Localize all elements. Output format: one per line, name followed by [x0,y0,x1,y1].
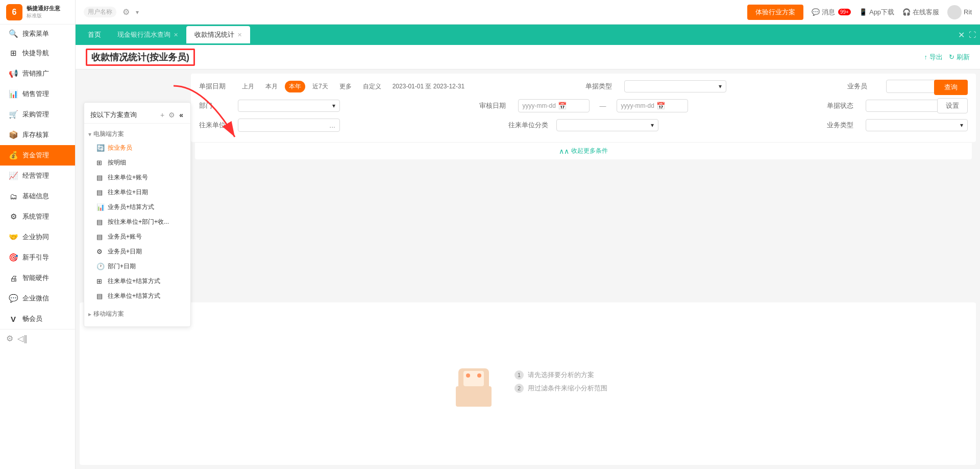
sidebar-item-guide[interactable]: 🎯 新手引导 [0,247,75,268]
gear-header-icon[interactable]: ⚙ [122,7,130,17]
scheme-collapse-btn[interactable]: « [178,110,184,120]
scheme-item-salesperson-date[interactable]: ⚙ 业务员+日期 [84,244,190,259]
tab-close-bank-flow[interactable]: ✕ [174,32,178,38]
scheme-item-dept-date[interactable]: 🕐 部门+日期 [84,259,190,274]
tab-bar-expand-btn[interactable]: ⛶ [969,31,976,39]
smart-hw-icon: 🖨 [8,273,18,283]
enterprise-icon: 🤝 [8,232,18,242]
dept-select[interactable] [238,100,340,112]
scheme-item-by-salesperson[interactable]: 🔄 按业务员 [84,140,190,155]
scheme-item-unit-account[interactable]: ▤ 往来单位+账号 [84,170,190,185]
settings-button[interactable]: 设置 [937,98,968,113]
tip-number-2: 2 [514,384,524,393]
trial-button[interactable]: 体验行业方案 [747,5,803,20]
dropdown-icon[interactable]: ▾ [136,9,139,16]
sidebar-item-wechat[interactable]: 💬 企业微信 [0,288,75,309]
sidebar-bottom: ⚙ ◁‖ [0,329,75,347]
scheme-item-unit-settle2[interactable]: ▤ 往来单位+结算方式 [84,289,190,303]
scheme-add-btn[interactable]: + [159,110,165,120]
export-button[interactable]: ↑ 导出 [924,53,943,62]
sidebar-item-sales[interactable]: 📊 销售管理 [0,84,75,104]
date-tab-last-month[interactable]: 上月 [238,81,258,92]
scheme-item-salesperson-account[interactable]: ▤ 业务员+账号 [84,229,190,244]
date-tab-this-year[interactable]: 本年 [285,81,305,92]
collapse-bottom-icon[interactable]: ◁‖ [17,334,28,343]
partner-category-select[interactable] [556,119,658,131]
sidebar-item-system[interactable]: ⚙ 系统管理 [0,206,75,227]
app-download-btn[interactable]: 📱 App下载 [859,8,894,17]
partner-select[interactable]: ... [238,119,340,132]
scheme-group-desktop-title[interactable]: ▾ 电脑端方案 [84,128,190,140]
sidebar-item-purchase[interactable]: 🛒 采购管理 [0,104,75,125]
scheme-group-desktop: ▾ 电脑端方案 🔄 按业务员 ⊞ 按明细 ▤ 往来单位+账号 [84,126,190,306]
page-title: 收款情况统计(按业务员) [86,49,195,66]
top-header: 用户名称 ⚙ ▾ 体验行业方案 💬 消息 99+ 📱 App下载 🎧 在线客服 … [76,0,980,25]
biz-type-select[interactable] [866,119,968,131]
scheme-item-unit-date[interactable]: ▤ 往来单位+日期 [84,185,190,200]
audit-date-from[interactable]: yyyy-mm-dd 📅 [518,99,590,112]
guide-icon: 🎯 [8,252,18,263]
finance-icon: 💰 [8,150,18,160]
scheme-item-unit-settle1[interactable]: ⊞ 往来单位+结算方式 [84,274,190,289]
sidebar-item-finance[interactable]: 💰 资金管理 [0,145,75,166]
filter-panel: 单据日期 上月 本月 本年 近7天 更多 自定义 2023-01-01 至 20… [191,74,976,142]
date-tab-custom[interactable]: 自定义 [359,81,385,92]
sidebar-item-member[interactable]: V 畅会员 [0,309,75,329]
partner-more-btn[interactable]: ... [329,121,335,129]
sales-icon: 📊 [8,89,18,99]
user-profile[interactable]: Rit [947,5,972,19]
tab-bar-close-btn[interactable]: ✕ [958,30,965,40]
collapse-icon: ∧∧ [559,147,569,155]
sidebar-item-marketing[interactable]: 📢 营销推广 [0,63,75,84]
dept-chevron [332,102,335,109]
scheme-item-by-detail[interactable]: ⊞ 按明细 [84,155,190,170]
calendar-icon-to[interactable]: 📅 [656,102,665,110]
refresh-button[interactable]: ↻ 刷新 [949,53,970,62]
scheme-group-mobile-title[interactable]: ▸ 移动端方案 [84,308,190,320]
date-tab-more[interactable]: 更多 [335,81,356,92]
audit-date-to[interactable]: yyyy-mm-dd 📅 [617,99,688,112]
scheme-item-salesperson-settle[interactable]: 📊 业务员+结算方式 [84,200,190,215]
query-button[interactable]: 查询 [934,80,968,95]
filter-row-3: 往来单位 ... 往来单位分类 业务类型 [199,119,968,132]
date-tab-this-month[interactable]: 本月 [261,81,282,92]
unit-account-icon: ▤ [96,174,105,182]
scheme-panel: 按以下方案查询 + ⚙ « ▾ 电脑端方案 🔄 [84,102,191,327]
date-tabs: 上月 本月 本年 近7天 更多 自定义 2023-01-01 至 2023-12… [238,81,464,92]
filter-area: 按以下方案查询 + ⚙ « ▾ 电脑端方案 🔄 [76,69,980,302]
sidebar-item-enterprise[interactable]: 🤝 企业协同 [0,227,75,247]
collapse-bar[interactable]: ∧∧ 收起更多条件 [195,142,972,159]
empty-content: 1 请先选择要分析的方案 2 用过滤条件来缩小分析范围 [448,358,607,409]
tab-home[interactable]: 首页 [80,26,109,43]
tab-bar: 首页 现金银行流水查询 ✕ 收款情况统计 ✕ ✕ ⛶ [76,25,980,45]
doc-type-chevron [719,83,722,90]
message-badge: 99+ [838,9,851,15]
sidebar-item-operation[interactable]: 📈 经营管理 [0,166,75,186]
date-tab-7days[interactable]: 近7天 [308,81,332,92]
sidebar-item-smart-hw[interactable]: 🖨 智能硬件 [0,268,75,288]
calendar-icon-from[interactable]: 📅 [558,102,567,110]
chevron-down-icon: ▾ [88,131,91,138]
sidebar-item-search[interactable]: 🔍 搜索菜单 [0,25,75,43]
sidebar-item-quick-nav[interactable]: ⊞ 快捷导航 [0,43,75,63]
doc-type-select[interactable] [624,80,726,92]
tab-bar-right: ✕ ⛶ [958,30,976,40]
biz-type-label: 业务类型 [827,121,857,130]
system-icon: ⚙ [8,212,18,222]
detail-scheme-icon: ⊞ [96,159,105,167]
messages-btn[interactable]: 💬 消息 99+ [812,8,851,17]
audit-date-label: 审核日期 [479,101,510,110]
online-service-btn[interactable]: 🎧 在线客服 [902,8,939,17]
tab-collection-stats[interactable]: 收款情况统计 ✕ [186,26,250,43]
sidebar-item-basic[interactable]: 🗂 基础信息 [0,186,75,206]
tab-close-collection-stats[interactable]: ✕ [237,32,242,38]
scheme-item-unit-dept-collect[interactable]: ▤ 按往来单位+部门+收... [84,215,190,229]
scheme-header-actions: + ⚙ « [159,110,184,120]
sidebar-item-inventory[interactable]: 📦 库存核算 [0,125,75,145]
tab-bank-flow[interactable]: 现金银行流水查询 ✕ [109,26,186,43]
operation-icon: 📈 [8,171,18,181]
doc-type-label: 单据类型 [585,82,616,91]
scheme-settings-btn[interactable]: ⚙ [167,110,176,120]
settings-bottom-icon[interactable]: ⚙ [6,334,13,343]
date-label: 单据日期 [199,82,230,91]
